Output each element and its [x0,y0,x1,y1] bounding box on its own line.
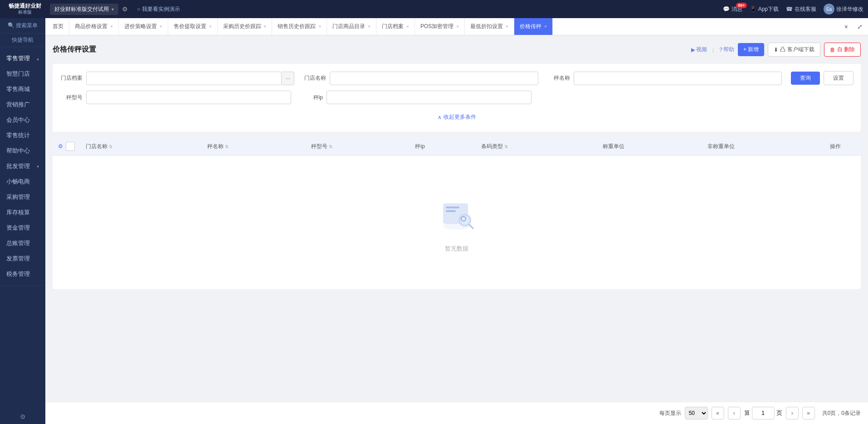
collapse-button[interactable]: ∧ 收起更多条件 [438,111,476,123]
sort-icon-barcode[interactable]: ⇅ [504,144,508,149]
help-link[interactable]: ? 帮助 [719,46,734,53]
version-settings-button[interactable]: ⚙ [122,5,128,13]
messages-button[interactable]: 💬 消息 99+ [723,5,742,13]
sort-icon-scale-name[interactable]: ⇅ [225,144,229,149]
per-page-select[interactable]: 50 20 100 [685,407,708,419]
sidebar-item-marketing[interactable]: 营销推广 [0,97,45,112]
store-profile-ellipsis-btn[interactable]: ··· [282,72,294,85]
sidebar-item-retail-mall[interactable]: 零售商城 [0,82,45,97]
th-scale-name: 秤名称 ⇅ [202,137,306,156]
tab-purchase-history[interactable]: 采购历史价跟踪 × [218,18,273,35]
sidebar-item-member-center[interactable]: 会员中心 [0,112,45,128]
settings-button[interactable]: 设置 [824,71,853,85]
query-button[interactable]: 查询 [791,72,820,85]
tab-purchase-history-close[interactable]: × [264,24,267,29]
tab-sales-history[interactable]: 销售历史价跟踪 × [272,18,327,35]
scale-model-label: 秤型号 [60,94,83,101]
tab-store-profile[interactable]: 门店档案 × [376,18,415,35]
tab-purchase-history-label: 采购历史价跟踪 [223,23,261,30]
th-scale-model-label: 秤型号 [311,143,327,149]
sort-icon-store-name[interactable]: ⇅ [109,144,112,149]
sidebar-quick-nav[interactable]: 快捷导航 [0,34,45,47]
tab-pos-mgmt[interactable]: POS加密管理 × [415,18,465,35]
store-name-input[interactable] [330,72,538,85]
video-link[interactable]: ▶ 视频 [691,46,707,53]
arrow-up-icon: ▴ [37,56,39,61]
tab-sale-price[interactable]: 售价提取设置 × [168,18,218,35]
sidebar-item-xiaochu-ecom[interactable]: 小畅电商 [0,174,45,189]
tab-maximize-button[interactable]: ⤢ [853,21,866,32]
tab-price-transfer[interactable]: 价格传秤 × [514,18,553,35]
tab-pos-mgmt-close[interactable]: × [456,24,459,29]
page-prev-button[interactable]: ‹ [728,407,741,419]
page-number-input[interactable] [752,407,775,419]
tab-min-discount-close[interactable]: × [506,24,508,29]
app-download-button[interactable]: 📱 App下载 [750,5,779,13]
sidebar-item-retail-stats[interactable]: 零售统计 [0,128,45,143]
search-form: 门店档案 ··· 门店名称 秤名称 [53,64,861,132]
tab-sale-price-close[interactable]: × [209,24,212,29]
user-name: 徐泽华修改 [836,5,863,13]
scale-ip-input[interactable] [327,91,532,104]
store-profile-input[interactable] [86,72,282,85]
sort-icon-scale-model[interactable]: ⇅ [329,144,332,149]
delete-label: 自 删除 [837,46,855,53]
sidebar-item-tax-mgmt[interactable]: 税务管理 [0,266,45,282]
tab-purchase-strategy-label: 进价策略设置 [124,23,157,30]
sidebar-section: 零售管理 ▴ 智慧门店 零售商城 营销推广 会员中心 零售统计 [0,47,45,286]
table-container: ⚙ 门店名称 ⇅ 秤名称 ⇅ [53,137,861,289]
tab-price-settings-close[interactable]: × [110,24,113,29]
form-item-scale-ip: 秤ip [300,91,532,104]
tab-purchase-strategy-close[interactable]: × [160,24,162,29]
sidebar-item-inventory[interactable]: 库存核算 [0,205,45,220]
tab-min-discount[interactable]: 最低折扣设置 × [465,18,514,35]
online-service-button[interactable]: ☎ 在线客服 [786,5,816,13]
sidebar-search[interactable]: 🔍 搜索菜单 [0,18,45,34]
quick-nav-label: 快捷导航 [12,37,34,43]
scale-name-input[interactable] [574,72,782,85]
header-checkbox[interactable] [66,142,75,151]
sidebar-item-general-ledger[interactable]: 总账管理 [0,236,45,251]
service-icon: ☎ [786,6,793,12]
delete-button[interactable]: 🗑 自 删除 [824,43,861,57]
page-content: 价格传秤设置 ▶ 视频 | ? 帮助 + 新增 [45,35,868,402]
user-info[interactable]: Ea 徐泽华修改 [824,4,863,14]
add-button[interactable]: + 新增 [738,43,764,56]
content-area: 首页 商品价格设置 × 进价策略设置 × 售价提取设置 × 采购历史价跟踪 × [45,18,868,424]
sidebar-item-smart-store[interactable]: 智慧门店 [0,66,45,82]
app-logo: 畅捷通好业财 标准版 [5,3,45,15]
page-text-label: 算 [744,409,750,417]
th-store-name: 门店名称 ⇅ [80,137,202,156]
tab-store-catalog[interactable]: 门店商品目录 × [327,18,376,35]
scale-model-input[interactable] [86,91,291,104]
tab-price-settings[interactable]: 商品价格设置 × [69,18,119,35]
tab-store-catalog-close[interactable]: × [368,24,371,29]
page-first-button[interactable]: « [712,407,724,419]
version-selector[interactable]: 好业财标准版交付试用 ▾ [50,4,118,15]
tab-store-profile-close[interactable]: × [406,24,409,29]
download-button[interactable]: ⬇ 凸 客户端下载 [768,43,820,57]
sidebar-item-finance-mgmt[interactable]: 资金管理 [0,220,45,236]
tab-price-transfer-close[interactable]: × [544,24,547,29]
help-icon: ? [719,47,722,53]
table-settings-icon[interactable]: ⚙ [58,143,63,149]
sidebar-label-general-ledger: 总账管理 [6,239,30,247]
form-row-2: 秤型号 秤ip [60,91,853,104]
sidebar-item-invoice-mgmt[interactable]: 发票管理 [0,251,45,266]
tab-sales-history-close[interactable]: × [318,24,321,29]
tab-purchase-strategy[interactable]: 进价策略设置 × [119,18,168,35]
sidebar-item-wholesale-mgmt[interactable]: 批发管理 ▾ [0,159,45,174]
tab-home[interactable]: 首页 [47,18,69,35]
form-item-store-name: 门店名称 [303,72,538,85]
settings-icon: ⚙ [20,413,26,420]
th-scale-ip: 秤ip [410,137,476,156]
page-last-button[interactable]: » [802,407,815,419]
sidebar-item-retail-mgmt[interactable]: 零售管理 ▴ [0,51,45,66]
sidebar-item-purchase-mgmt[interactable]: 采购管理 [0,189,45,205]
page-unit-label: 页 [776,409,782,417]
page-next-button[interactable]: › [786,407,799,419]
sidebar-item-help-center[interactable]: 帮助中心 [0,143,45,159]
sidebar-settings-button[interactable]: ⚙ [0,410,45,424]
tab-close-button[interactable]: × [841,21,852,32]
demo-link[interactable]: ○ 我要看实例演示 [137,5,180,13]
